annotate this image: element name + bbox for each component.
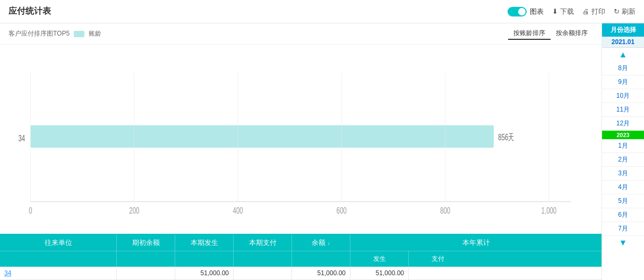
sidebar-month-2[interactable]: 2月: [602, 153, 644, 167]
col-period-bal-header: 期初余额: [117, 235, 175, 251]
sidebar-month-3[interactable]: 3月: [602, 167, 644, 181]
svg-rect-1: [31, 125, 494, 148]
table-header: 往来单位 期初余额 本期发生 本期支付 余额 ↓ 本年累计: [0, 235, 602, 251]
sort-by-balance-button[interactable]: 按余额排序: [551, 28, 593, 40]
sidebar-month-12[interactable]: 12月: [602, 117, 644, 131]
sidebar-month-7[interactable]: 7月: [602, 222, 644, 236]
table-body: 34 51,000.00 51,000.00 51,000.00: [0, 267, 602, 280]
col-period-pay-header: 本期支付: [234, 235, 292, 251]
sidebar-up-arrow[interactable]: ▲: [602, 48, 644, 62]
chart-wrapper: 34 856天 0 200 400 600 800 1,000: [0, 45, 602, 234]
col-unit-header: 往来单位: [0, 235, 117, 251]
sidebar-month-4[interactable]: 4月: [602, 181, 644, 194]
svg-text:800: 800: [440, 206, 450, 216]
table-row: 34 51,000.00 51,000.00 51,000.00: [0, 267, 602, 280]
col-period-bal-sub: [117, 251, 175, 267]
table-subheader: 发生 支付: [0, 251, 602, 267]
legend-label: 账龄: [89, 29, 101, 38]
header-actions: 图表 ⬇ 下载 🖨 打印 ↻ 刷新: [508, 7, 636, 16]
sort-buttons: 按账龄排序 按余额排序: [508, 28, 593, 40]
col-period-gen-sub: [175, 251, 234, 267]
page-title: 应付统计表: [8, 6, 508, 17]
cell-ytd-gen: 51,000.00: [350, 267, 409, 279]
cell-period-pay: [234, 267, 292, 279]
col-ytd-header: 本年累计: [350, 235, 602, 251]
sidebar-month-9[interactable]: 9月: [602, 75, 644, 89]
svg-text:400: 400: [233, 206, 243, 216]
download-label: 下载: [560, 7, 574, 16]
col-period-gen-header: 本期发生: [175, 235, 234, 251]
cell-period-bal: [117, 267, 175, 279]
cell-balance: 51,000.00: [292, 267, 350, 279]
sidebar-down-arrow[interactable]: ▼: [602, 236, 644, 250]
chart-legend: 客户应付排序图TOP5 账龄: [8, 29, 101, 38]
chart-title-label: 客户应付排序图TOP5: [8, 29, 70, 38]
refresh-icon: ↻: [614, 7, 620, 15]
col-ytd-gen-header: 发生: [350, 251, 409, 267]
svg-text:0: 0: [29, 206, 32, 216]
download-icon: ⬇: [552, 7, 558, 15]
sidebar-month-1[interactable]: 1月: [602, 139, 644, 153]
sidebar-month-10[interactable]: 10月: [602, 89, 644, 103]
col-period-pay-sub: [234, 251, 292, 267]
download-button[interactable]: ⬇ 下载: [552, 7, 574, 16]
chart-controls: 客户应付排序图TOP5 账龄 按账龄排序 按余额排序: [0, 23, 602, 45]
svg-text:1,000: 1,000: [542, 206, 557, 216]
svg-text:200: 200: [129, 206, 139, 216]
col-ytd-pay-header: 支付: [409, 251, 467, 267]
sidebar-header: 月份选择: [602, 23, 644, 37]
sidebar-month-6[interactable]: 6月: [602, 208, 644, 222]
svg-text:600: 600: [337, 206, 347, 216]
chart-toggle-label: 图表: [530, 7, 544, 16]
sidebar-month-11[interactable]: 11月: [602, 103, 644, 117]
print-button[interactable]: 🖨 打印: [582, 7, 605, 16]
chart-svg: 34 856天 0 200 400 600 800 1,000: [8, 49, 593, 234]
sidebar-year-badge[interactable]: 2023: [602, 131, 644, 139]
chart-toggle[interactable]: [508, 7, 527, 16]
col-unit-sub: [0, 251, 117, 267]
cell-ytd-pay: [409, 267, 467, 279]
chart-toggle-wrapper[interactable]: 图表: [508, 7, 544, 16]
legend-color-box: [74, 31, 84, 37]
cell-period-gen: 51,000.00: [175, 267, 234, 279]
col-balance-header: 余额 ↓: [292, 235, 350, 251]
refresh-button[interactable]: ↻ 刷新: [614, 7, 636, 16]
sort-by-age-button[interactable]: 按账龄排序: [508, 28, 551, 40]
cell-unit[interactable]: 34: [0, 267, 117, 279]
sidebar: 月份选择 2021.01 ▲ 8月 9月 10月 11月 12月 2023 1月…: [602, 23, 644, 280]
sidebar-month-5[interactable]: 5月: [602, 194, 644, 208]
refresh-label: 刷新: [622, 7, 636, 16]
col-balance-sub: [292, 251, 350, 267]
svg-text:34: 34: [18, 133, 25, 143]
svg-text:856天: 856天: [498, 132, 514, 142]
print-icon: 🖨: [582, 7, 589, 15]
table-area: 往来单位 期初余额 本期发生 本期支付 余额 ↓ 本年累计: [0, 234, 602, 280]
sidebar-month-8[interactable]: 8月: [602, 62, 644, 75]
sidebar-year-label[interactable]: 2021.01: [602, 37, 644, 48]
print-label: 打印: [591, 7, 605, 16]
